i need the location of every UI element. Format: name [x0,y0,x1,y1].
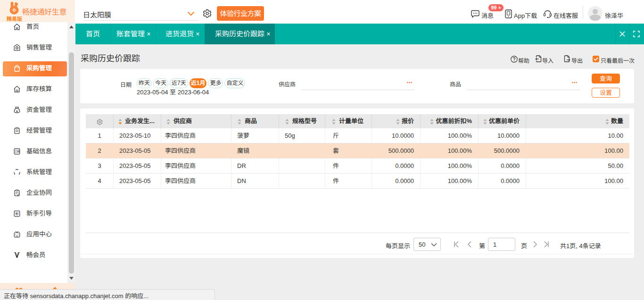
svg-text:新: 新 [15,211,19,216]
svg-text:$: $ [17,46,18,49]
